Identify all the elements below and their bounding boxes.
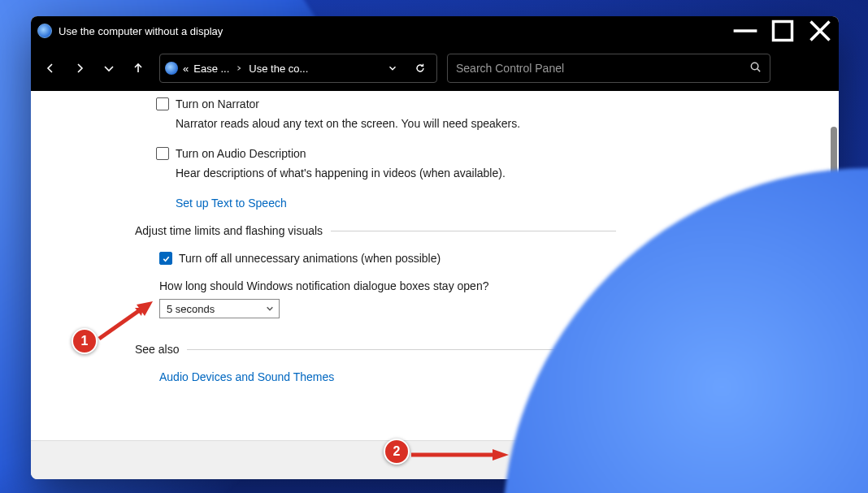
svg-rect-1 xyxy=(774,22,792,41)
chevron-right-icon[interactable] xyxy=(234,64,244,73)
annotation-marker-2: 2 xyxy=(384,439,410,465)
navigation-bar: « Ease ... Use the co... xyxy=(31,45,839,91)
turn-off-animations-checkbox[interactable] xyxy=(159,252,172,265)
title-bar: Use the computer without a display xyxy=(31,16,839,45)
narrator-description: Narrator reads aloud any text on the scr… xyxy=(176,115,616,132)
narrator-checkbox[interactable] xyxy=(156,97,169,110)
fieldset-legend: Adjust time limits and flashing visuals xyxy=(135,224,323,237)
option-narrator: Turn on Narrator Narrator reads aloud an… xyxy=(156,97,616,132)
option-audio-description: Turn on Audio Description Hear descripti… xyxy=(156,147,616,182)
annotation-marker-1: 1 xyxy=(72,328,98,354)
close-button[interactable] xyxy=(801,16,839,45)
up-button[interactable] xyxy=(125,55,151,81)
refresh-button[interactable] xyxy=(409,57,432,80)
text-to-speech-link[interactable]: Set up Text to Speech xyxy=(176,197,287,210)
audio-description-description: Hear descriptions of what's happening in… xyxy=(176,165,616,182)
search-icon[interactable] xyxy=(749,61,762,76)
minimize-button[interactable] xyxy=(727,16,764,45)
svg-marker-11 xyxy=(493,449,509,461)
ease-of-access-icon xyxy=(37,24,52,38)
cancel-button[interactable]: Cancel xyxy=(671,451,740,470)
maximize-button[interactable] xyxy=(764,16,801,45)
apply-button: Apply xyxy=(748,451,816,470)
search-bar[interactable] xyxy=(447,54,770,83)
select-value: 5 seconds xyxy=(167,303,215,315)
divider xyxy=(331,231,616,231)
content-scroll: Turn on Narrator Narrator reads aloud an… xyxy=(31,91,839,440)
audio-devices-link[interactable]: Audio Devices and Sound Themes xyxy=(159,370,334,383)
back-button[interactable] xyxy=(37,55,63,81)
notification-duration-question: How long should Windows notification dia… xyxy=(159,279,616,292)
turn-off-animations-label[interactable]: Turn off all unnecessary animations (whe… xyxy=(179,252,441,265)
annotation-arrow-1 xyxy=(94,296,159,344)
recent-locations-button[interactable] xyxy=(96,55,122,81)
svg-point-5 xyxy=(751,63,757,69)
fieldset-see-also: See also Audio Devices and Sound Themes xyxy=(156,343,616,383)
chevron-down-icon xyxy=(266,305,274,313)
address-history-dropdown[interactable] xyxy=(381,57,404,80)
annotation-arrow-2 xyxy=(408,447,514,463)
vertical-scrollbar[interactable] xyxy=(831,99,837,432)
fieldset-time-limits: Adjust time limits and flashing visuals … xyxy=(156,224,616,318)
narrator-label[interactable]: Turn on Narrator xyxy=(176,97,259,110)
svg-line-7 xyxy=(99,308,143,339)
content-area: Turn on Narrator Narrator reads aloud an… xyxy=(31,91,839,440)
scrollbar-thumb[interactable] xyxy=(831,127,837,330)
ok-button[interactable]: OK xyxy=(595,451,663,470)
audio-description-checkbox[interactable] xyxy=(156,147,169,160)
forward-button[interactable] xyxy=(67,55,93,81)
divider xyxy=(187,349,616,350)
window-title: Use the computer without a display xyxy=(59,25,223,37)
breadcrumb-item[interactable]: Ease ... xyxy=(193,63,229,75)
ease-of-access-icon xyxy=(165,62,178,75)
search-input[interactable] xyxy=(456,62,749,75)
breadcrumb-item[interactable]: Use the co... xyxy=(249,63,308,75)
fieldset-legend: See also xyxy=(135,343,179,356)
notification-duration-select[interactable]: 5 seconds xyxy=(159,299,280,318)
address-bar[interactable]: « Ease ... Use the co... xyxy=(159,54,437,83)
breadcrumb-root-marker: « xyxy=(183,63,189,75)
svg-line-6 xyxy=(757,68,760,71)
audio-description-label[interactable]: Turn on Audio Description xyxy=(176,147,306,160)
control-panel-window: Use the computer without a display « Eas… xyxy=(31,16,839,479)
